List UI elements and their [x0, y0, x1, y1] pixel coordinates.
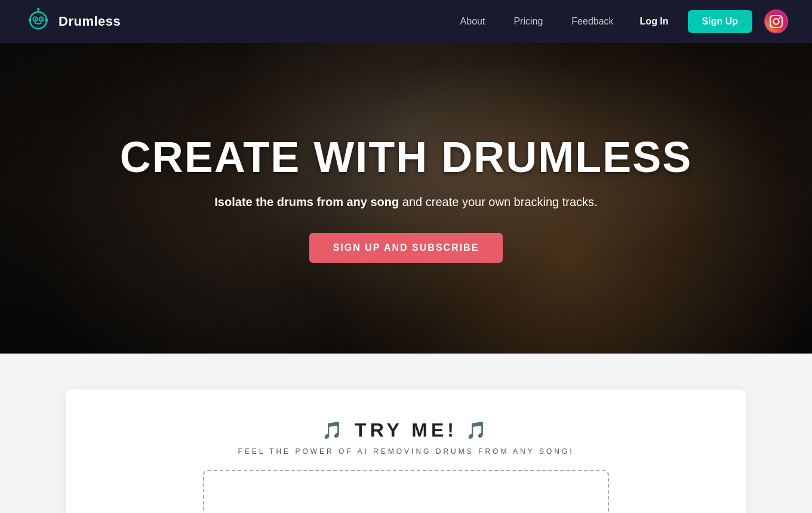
try-me-title-text: TRY ME! — [355, 419, 457, 441]
try-card: 🎵 TRY ME! 🎵 FEEL THE POWER OF AI REMOVIN… — [66, 389, 746, 513]
nav-links: About Pricing Feedback Log In Sign Up — [448, 10, 788, 33]
hero-section: CREATE WITH DRUMLESS Isolate the drums f… — [0, 43, 812, 354]
hero-subtitle-bold: Isolate the drums from any song — [214, 195, 399, 208]
logo-text: Drumless — [59, 14, 121, 29]
nav-about[interactable]: About — [448, 11, 497, 32]
svg-point-0 — [30, 12, 47, 29]
nav-feedback[interactable]: Feedback — [559, 11, 625, 32]
hero-subtitle: Isolate the drums from any song and crea… — [120, 195, 693, 209]
try-section: 🎵 TRY ME! 🎵 FEEL THE POWER OF AI REMOVIN… — [0, 354, 812, 513]
hero-subtitle-rest: and create your own bracking tracks. — [399, 195, 597, 208]
signup-button[interactable]: Sign Up — [688, 10, 752, 33]
svg-point-3 — [35, 19, 36, 20]
try-me-icon-right: 🎵 — [466, 420, 490, 440]
svg-rect-7 — [29, 19, 31, 22]
hero-content: CREATE WITH DRUMLESS Isolate the drums f… — [108, 134, 705, 263]
nav-pricing[interactable]: Pricing — [502, 11, 555, 32]
navbar: Drumless About Pricing Feedback Log In S… — [0, 0, 812, 43]
logo-icon — [24, 7, 53, 36]
login-link[interactable]: Log In — [630, 11, 678, 32]
instagram-link[interactable] — [764, 10, 788, 33]
svg-rect-8 — [45, 19, 48, 22]
try-me-icon-left: 🎵 — [322, 420, 346, 440]
svg-point-6 — [37, 8, 39, 10]
hero-title: CREATE WITH DRUMLESS — [120, 134, 693, 181]
hero-cta-button[interactable]: SIGN UP AND SUBSCRIBE — [309, 233, 503, 263]
instagram-icon — [770, 15, 783, 28]
try-me-title: 🎵 TRY ME! 🎵 — [90, 419, 722, 441]
dropzone[interactable]: Drag here any song and try out the first… — [203, 470, 609, 513]
try-me-header: 🎵 TRY ME! 🎵 FEEL THE POWER OF AI REMOVIN… — [90, 419, 722, 456]
svg-point-4 — [41, 19, 42, 20]
logo-link[interactable]: Drumless — [24, 7, 121, 36]
try-me-subtitle: FEEL THE POWER OF AI REMOVING DRUMS FROM… — [90, 447, 722, 456]
